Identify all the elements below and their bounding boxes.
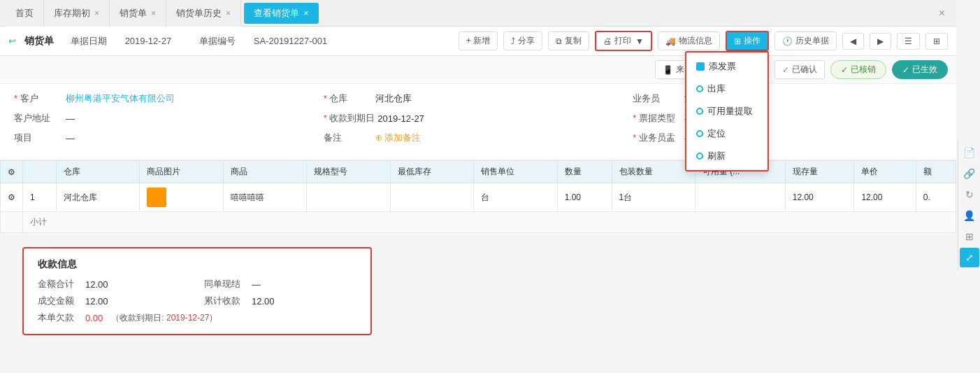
add-note-btn[interactable]: ⊕ 添加备注 xyxy=(375,132,421,144)
plus-icon: ⊕ xyxy=(375,132,382,143)
sidebar-person-icon[interactable]: 👤 xyxy=(960,206,979,225)
circle-icon-1 xyxy=(696,85,703,92)
sidebar-doc-icon[interactable]: 📄 xyxy=(960,143,979,162)
list-view-button[interactable]: ☰ xyxy=(897,33,920,50)
warehouse-label: 仓库 xyxy=(324,92,373,105)
table-header-product-img: 商品图片 xyxy=(140,161,223,183)
row-product: 嘻嘻嘻嘻 xyxy=(223,183,306,212)
check-icon: ✓ xyxy=(782,65,789,75)
share-button[interactable]: ⤴ 分享 xyxy=(503,31,542,50)
row-unit-price: 12.00 xyxy=(854,183,916,212)
sidebar-refresh-icon[interactable]: ↻ xyxy=(960,185,979,204)
phone-icon: 📱 xyxy=(663,65,673,75)
table-header-pack-qty: 包装数量 xyxy=(612,161,695,183)
dropdown-arrow-icon: ▼ xyxy=(635,36,644,46)
close-tab-sales[interactable]: × xyxy=(151,8,156,18)
subtotal-label: 小计 xyxy=(23,212,956,233)
grid-view-button[interactable]: ⊞ xyxy=(925,33,948,50)
transaction-label: 成交金额 xyxy=(38,295,80,307)
dropdown-refresh[interactable]: 刷新 xyxy=(686,145,768,167)
payment-transaction-row: 成交金额 12.00 xyxy=(38,295,190,307)
history-icon: 🕐 xyxy=(782,36,793,46)
dropdown-locate[interactable]: 定位 xyxy=(686,122,768,145)
table-row: ⚙ 1 河北仓库 嘻嘻嘻嘻 台 1.00 1台 12.00 12.00 0. xyxy=(1,183,956,212)
square-icon xyxy=(696,62,705,71)
tab-sales-history[interactable]: 销货单历史 × xyxy=(166,0,241,27)
current-owed-label: 本单欠款 xyxy=(38,311,80,324)
payment-same-order-row: 同单现结 — xyxy=(204,278,356,290)
cancel-sales-button[interactable]: ✓ 已核销 xyxy=(830,60,886,79)
table-header-amount: 额 xyxy=(916,161,956,183)
action-bar: 📱 来自手机 未开票 ✓ 已确认 ✓ 已核销 ✓ 已生效 xyxy=(0,56,956,84)
payment-wrapper: 收款信息 金额合计 12.00 同单现结 — 成交金额 12.00 累计收款 1… xyxy=(0,233,956,349)
product-image xyxy=(147,188,166,207)
payment-grid: 金额合计 12.00 同单现结 — 成交金额 12.00 累计收款 12.00 … xyxy=(38,278,356,324)
logistics-button[interactable]: 🚚 物流信息 xyxy=(658,31,720,50)
operation-button[interactable]: ⊞ 操作 xyxy=(726,31,769,51)
table-header-gear: ⚙ xyxy=(1,161,23,183)
payment-date-label: 收款到期日 xyxy=(324,112,375,125)
row-current-stock: 12.00 xyxy=(785,183,854,212)
doc-date: 单据日期 2019-12-27 xyxy=(71,35,182,48)
effective-button[interactable]: ✓ 已生效 xyxy=(892,60,948,79)
sidebar-table-icon[interactable]: ⊞ xyxy=(960,227,979,246)
print-icon: 🖨 xyxy=(603,36,612,46)
dropdown-available-qty[interactable]: 可用量提取 xyxy=(686,100,768,122)
doc-number: 单据编号 SA-20191227-001 xyxy=(199,35,338,48)
confirmed-button[interactable]: ✓ 已确认 xyxy=(774,60,825,79)
sidebar-expand-icon[interactable]: ⤢ xyxy=(960,248,979,267)
product-table: ⚙ 仓库 商品图片 商品 规格型号 最低库存 销售单位 数量 包装数量 可用量 … xyxy=(0,160,956,233)
address-label: 客户地址 xyxy=(14,112,63,125)
amount-total-value: 12.00 xyxy=(85,279,108,290)
prev-button[interactable]: ◀ xyxy=(842,33,864,50)
check-circle-icon: ✓ xyxy=(841,65,848,75)
effective-check-icon: ✓ xyxy=(902,65,909,75)
print-button[interactable]: 🖨 打印 ▼ xyxy=(595,31,652,51)
dropdown-add-invoice[interactable]: 添发票 xyxy=(686,55,768,78)
table-header-unit-price: 单价 xyxy=(854,161,916,183)
cumulative-label: 累计收款 xyxy=(204,295,246,307)
tab-home[interactable]: 首页 xyxy=(6,0,44,27)
new-button[interactable]: + 新增 xyxy=(459,31,498,50)
amount-total-label: 金额合计 xyxy=(38,278,80,290)
customer-value[interactable]: 柳州粤港平安气体有限公司 xyxy=(66,92,175,105)
history-button[interactable]: 🕐 历史单据 xyxy=(774,31,837,50)
owed-note: （收款到期日: 2019-12-27） xyxy=(111,312,217,324)
invoice-type-label: 票据类型 xyxy=(633,112,682,125)
tab-bar: 首页 库存期初 × 销货单 × 销货单历史 × 查看销货单 × × xyxy=(0,0,956,27)
customer-field: 客户 柳州粤港平安气体有限公司 xyxy=(14,92,324,105)
table-header-quantity: 数量 xyxy=(557,161,612,183)
next-button[interactable]: ▶ xyxy=(870,33,891,50)
project-value: — xyxy=(66,133,75,143)
close-tab-history[interactable]: × xyxy=(226,8,231,18)
toolbar: ↩ 销货单 单据日期 2019-12-27 单据编号 SA-20191227-0… xyxy=(0,27,956,56)
row-sales-unit: 台 xyxy=(474,183,557,212)
tab-view-sales-button[interactable]: 查看销货单 × xyxy=(244,3,319,24)
operation-dropdown-menu: 添发票 出库 可用量提取 定位 刷新 xyxy=(685,51,769,171)
grid-icon: ⊞ xyxy=(734,36,741,46)
row-spec xyxy=(307,183,390,212)
tab-sales-order[interactable]: 销货单 × xyxy=(110,0,166,27)
sidebar-link-icon[interactable]: 🔗 xyxy=(960,164,979,183)
project-label: 项目 xyxy=(14,132,63,144)
form-row-3: 项目 — 备注 ⊕ 添加备注 业务员盂 — xyxy=(14,132,942,144)
table-header-product: 商品 xyxy=(223,161,306,183)
payment-amount-total-row: 金额合计 12.00 xyxy=(38,278,190,290)
close-tab-inventory[interactable]: × xyxy=(94,8,99,18)
form-section: 客户 柳州粤港平安气体有限公司 仓库 河北仓库 业务员 演示账号 客户地址 — … xyxy=(0,84,956,160)
copy-button[interactable]: ⧉ 复制 xyxy=(548,31,589,50)
close-tab-view-sales[interactable]: × xyxy=(303,8,309,18)
row-min-stock xyxy=(390,183,473,212)
row-product-img xyxy=(140,183,223,212)
share-icon: ⤴ xyxy=(511,36,515,46)
payment-date-field: 收款到期日 2019-12-27 xyxy=(324,112,633,125)
circle-icon-2 xyxy=(696,108,703,115)
tab-inventory-init[interactable]: 库存期初 × xyxy=(44,0,110,27)
row-gear[interactable]: ⚙ xyxy=(1,183,23,212)
close-all-tabs-button[interactable]: × xyxy=(933,7,951,20)
salesperson-field: 业务员 演示账号 xyxy=(633,92,942,105)
address-value: — xyxy=(66,113,75,124)
current-owed-value: 0.00 xyxy=(85,313,103,323)
table-header-row: ⚙ 仓库 商品图片 商品 规格型号 最低库存 销售单位 数量 包装数量 可用量 … xyxy=(1,161,956,183)
dropdown-out-warehouse[interactable]: 出库 xyxy=(686,78,768,100)
